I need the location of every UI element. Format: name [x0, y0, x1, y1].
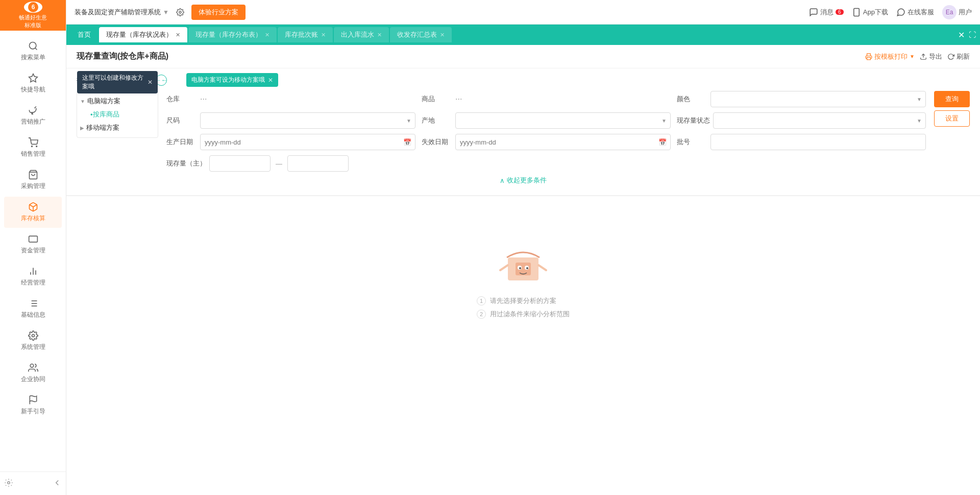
sidebar-settings-btn[interactable]: [4, 478, 13, 489]
app-subtitle: 标准版: [24, 21, 41, 29]
tab-close-all[interactable]: ✕: [958, 30, 965, 40]
tooltip-1-close-btn[interactable]: ✕: [268, 77, 273, 84]
refresh-btn[interactable]: 刷新: [947, 52, 970, 61]
tab-home[interactable]: 首页: [70, 27, 98, 42]
stock-status-label: 现存量状态: [677, 116, 710, 125]
user-section[interactable]: Ea 用户: [942, 5, 972, 19]
tab-close-stock-status[interactable]: ✕: [176, 32, 180, 38]
sidebar-item-stock[interactable]: 库存核算: [4, 197, 62, 228]
page-container: 现存量查询(按仓库+商品) 按模板打印 ▼ 导出 刷新: [66, 45, 980, 495]
tab-close-inout-flow[interactable]: ✕: [377, 32, 382, 38]
template-print-btn[interactable]: 按模板打印 ▼: [865, 52, 915, 61]
sidebar-item-label: 系统管理: [21, 343, 45, 351]
stock-status-select[interactable]: [713, 112, 926, 129]
stock-main-max-input[interactable]: [287, 155, 349, 172]
sidebar-item-sys-mgmt[interactable]: 系统管理: [4, 325, 62, 357]
scheme-warehouse[interactable]: • 按库商品: [77, 108, 158, 121]
sidebar-item-purchase[interactable]: 采购管理: [4, 164, 62, 196]
tooltip-bubble-1: 电脑方案可设为移动方案哦 ✕: [186, 73, 278, 87]
sidebar-item-label: 企业协同: [21, 375, 45, 384]
search-btn[interactable]: 查询: [934, 91, 970, 107]
sidebar-nav: 搜索菜单 快捷导航 营销推广 销售管理 采购管理 库存核算 资金: [0, 31, 66, 472]
size-select[interactable]: [200, 112, 415, 129]
tab-fullscreen[interactable]: ⛶: [969, 31, 976, 39]
svg-point-5: [31, 146, 32, 147]
reset-btn[interactable]: 设置: [934, 110, 970, 127]
tab-inout-flow[interactable]: 出入库流水 ✕: [334, 27, 389, 42]
export-btn[interactable]: 导出: [920, 52, 942, 61]
sidebar-item-new-guide[interactable]: 新手引导: [4, 390, 62, 421]
user-label: 用户: [959, 8, 972, 17]
sidebar-item-quick-nav[interactable]: 快捷导航: [4, 68, 62, 99]
scheme-mobile[interactable]: ▶ 移动端方案: [77, 121, 158, 134]
sidebar-item-enterprise[interactable]: 企业协同: [4, 358, 62, 389]
cart-icon: [28, 137, 38, 148]
expiry-date-input[interactable]: [455, 134, 671, 150]
svg-line-3: [35, 48, 37, 50]
settings-btn[interactable]: [173, 5, 187, 19]
production-date-calendar-icon[interactable]: 📅: [403, 138, 411, 146]
online-support-btn[interactable]: 在线客服: [896, 8, 934, 17]
svg-point-6: [36, 146, 37, 147]
scheme-mobile-label: 移动端方案: [86, 123, 119, 132]
size-select-wrapper: ▼: [200, 112, 415, 129]
sidebar-item-search[interactable]: 搜索菜单: [4, 36, 62, 67]
filter-row-1: 仓库 ··· 商品 ··· 颜色: [166, 91, 926, 107]
sidebar-item-label: 新手引导: [21, 407, 45, 416]
tab-close-batch-ledger[interactable]: ✕: [321, 32, 326, 38]
stock-range-separator: —: [276, 160, 282, 168]
tab-bar: 首页 现存量（库存状况表） ✕ 现存量（库存分布表） ✕ 库存批次账 ✕ 出入库…: [66, 25, 980, 45]
tip-num-1: 1: [477, 296, 486, 305]
sidebar-item-base-info[interactable]: 基础信息: [4, 293, 62, 324]
batch-input[interactable]: [710, 134, 926, 150]
wallet-icon: [28, 234, 38, 244]
page-title: 现存量查询(按仓库+商品): [77, 51, 168, 62]
chevron-down-icon: ▼: [163, 9, 169, 16]
star-icon: [28, 73, 38, 83]
production-date-input[interactable]: [200, 134, 415, 150]
tab-collect-send[interactable]: 收发存汇总表 ✕: [390, 27, 452, 42]
tab-stock-status[interactable]: 现存量（库存状况表） ✕: [99, 27, 187, 42]
message-btn[interactable]: 消息 6: [809, 8, 844, 17]
app-download-btn[interactable]: App下载: [852, 8, 888, 17]
tab-close-stock-dist[interactable]: ✕: [265, 32, 270, 38]
sidebar-item-operations[interactable]: 经营管理: [4, 261, 62, 292]
sidebar-item-finance[interactable]: 资金管理: [4, 229, 62, 260]
page-actions: 按模板打印 ▼ 导出 刷新: [865, 52, 970, 61]
empty-illustration: [498, 237, 549, 288]
collapse-btn[interactable]: ∧ 收起更多条件: [77, 172, 970, 189]
sidebar-item-label: 快捷导航: [21, 85, 45, 94]
expiry-date-calendar-icon[interactable]: 📅: [658, 138, 667, 146]
sidebar-item-label: 营销推广: [21, 117, 45, 126]
header-right: 消息 6 App下载 在线客服 Ea 用户: [809, 5, 972, 19]
tab-bar-end: ✕ ⛶: [958, 30, 976, 40]
tab-stock-dist[interactable]: 现存量（库存分布表） ✕: [188, 27, 277, 42]
stock-main-label: 现存量（主）: [166, 159, 206, 168]
tooltip-bubble-2-text: 这里可以创建和修改方案哦: [82, 74, 144, 91]
filter-warehouse: 仓库 ···: [166, 95, 415, 104]
sidebar-item-marketing[interactable]: 营销推广: [4, 100, 62, 131]
tooltip-2-close-btn[interactable]: ✕: [148, 79, 153, 86]
page-header: 现存量查询(按仓库+商品) 按模板打印 ▼ 导出 刷新: [66, 45, 980, 68]
sidebar-collapse-btn[interactable]: [53, 478, 62, 489]
empty-tip-1-text: 请先选择要分析的方案: [490, 296, 556, 305]
user-avatar: Ea: [942, 5, 957, 19]
sidebar-item-label: 经营管理: [21, 278, 45, 287]
warehouse-label: 仓库: [166, 95, 197, 104]
industry-btn[interactable]: 体验行业方案: [191, 5, 246, 20]
app-download-label: App下载: [863, 8, 888, 17]
scheme-warehouse-text: 按库商品: [93, 110, 119, 119]
app-selector[interactable]: 装备及固定资产辅助管理系统 ▼: [75, 8, 169, 17]
tab-batch-ledger[interactable]: 库存批次账 ✕: [278, 27, 333, 42]
sidebar-item-sales[interactable]: 销售管理: [4, 132, 62, 163]
tab-close-collect-send[interactable]: ✕: [440, 32, 445, 38]
content-area: 现存量查询(按仓库+商品) 按模板打印 ▼ 导出 刷新: [66, 45, 980, 495]
color-select[interactable]: [710, 91, 926, 107]
stock-main-min-input[interactable]: [209, 155, 271, 172]
size-label: 尺码: [166, 116, 197, 125]
warehouse-dots: ···: [200, 95, 207, 104]
scheme-desktop[interactable]: ▼ 电脑端方案: [77, 95, 158, 108]
filter-fields-area: 仓库 ··· 商品 ··· 颜色: [166, 91, 926, 172]
origin-select[interactable]: [455, 112, 671, 129]
tooltip-dark-content: 这里可以创建和修改方案哦 ✕: [77, 71, 158, 93]
